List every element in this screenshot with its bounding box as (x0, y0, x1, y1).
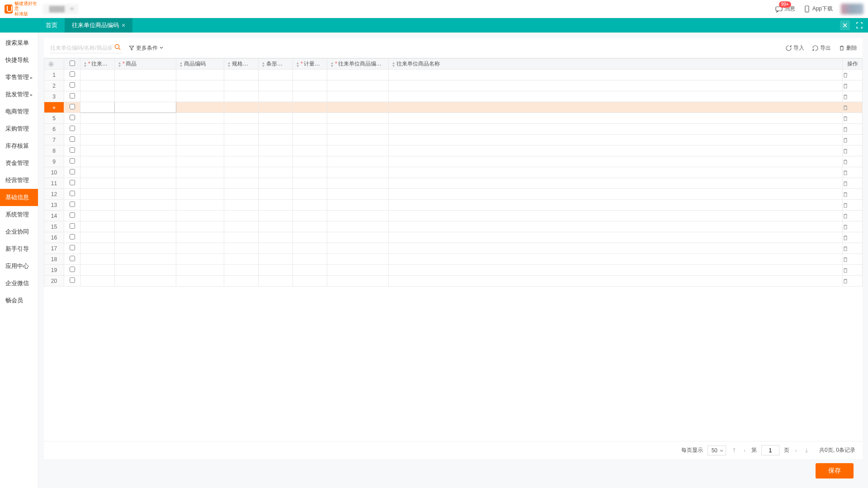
table-row[interactable]: 15 (44, 221, 863, 232)
row-delete-icon[interactable] (843, 257, 862, 262)
cell[interactable] (80, 276, 115, 286)
cell[interactable] (327, 178, 389, 189)
row-checkbox[interactable] (70, 234, 75, 239)
cell[interactable] (259, 91, 293, 102)
cell[interactable] (115, 124, 176, 135)
cell[interactable] (224, 243, 259, 254)
row-delete-icon[interactable] (843, 235, 862, 240)
sidebar-item-9[interactable]: 基础信息 (0, 189, 38, 206)
cell[interactable] (176, 254, 224, 265)
cell[interactable] (327, 189, 389, 200)
cell[interactable] (176, 167, 224, 178)
cell[interactable] (115, 189, 176, 200)
col-unit[interactable]: ▴▾*计量… (293, 59, 327, 70)
cell[interactable] (115, 102, 176, 113)
cell[interactable] (259, 276, 293, 286)
cell[interactable] (115, 167, 176, 178)
cell[interactable] (224, 254, 259, 265)
cell[interactable] (293, 232, 327, 243)
row-delete-icon[interactable] (843, 181, 862, 186)
table-row[interactable]: 7 (44, 135, 863, 145)
search-input[interactable] (49, 43, 122, 53)
cell[interactable] (327, 70, 389, 80)
cell[interactable] (80, 254, 115, 265)
cell[interactable] (389, 276, 843, 286)
cell[interactable] (224, 265, 259, 276)
cell[interactable] (327, 167, 389, 178)
table-row[interactable]: 12 (44, 189, 863, 200)
cell[interactable] (293, 135, 327, 145)
per-page-select[interactable]: 50 (708, 446, 726, 455)
row-checkbox[interactable] (70, 104, 75, 109)
cell[interactable] (259, 243, 293, 254)
table-row[interactable]: 13 (44, 200, 863, 211)
cell[interactable] (259, 70, 293, 80)
cell[interactable] (176, 135, 224, 145)
cell[interactable] (176, 102, 224, 113)
cell[interactable] (176, 221, 224, 232)
cell[interactable] (176, 91, 224, 102)
cell[interactable] (327, 124, 389, 135)
cell[interactable] (176, 189, 224, 200)
cell[interactable] (389, 102, 843, 113)
col-barcode[interactable]: ▴▾条形… (259, 59, 293, 70)
table-row[interactable]: 17 (44, 243, 863, 254)
cell[interactable] (327, 200, 389, 211)
cell[interactable] (176, 124, 224, 135)
pager-first[interactable]: ⤒ (731, 447, 738, 454)
col-product-code[interactable]: ▴▾商品编码 (176, 59, 224, 70)
cell[interactable] (259, 189, 293, 200)
row-checkbox[interactable] (70, 267, 75, 272)
cell[interactable] (224, 70, 259, 80)
row-checkbox[interactable] (70, 158, 75, 164)
sidebar-item-15[interactable]: 畅会员 (0, 292, 38, 309)
sidebar-item-13[interactable]: 应用中心 (0, 258, 38, 275)
save-button[interactable]: 保存 (816, 463, 854, 479)
cell[interactable] (389, 124, 843, 135)
cell[interactable] (80, 91, 115, 102)
row-delete-icon[interactable] (843, 192, 862, 197)
cell[interactable] (293, 102, 327, 113)
cell[interactable] (293, 80, 327, 91)
cell[interactable] (80, 135, 115, 145)
row-checkbox[interactable] (70, 93, 75, 99)
cell[interactable] (80, 232, 115, 243)
cell[interactable] (389, 113, 843, 124)
row-checkbox[interactable] (70, 256, 75, 261)
row-checkbox[interactable] (70, 115, 75, 120)
cell[interactable] (389, 189, 843, 200)
row-checkbox[interactable] (70, 71, 75, 77)
cell[interactable] (176, 145, 224, 156)
cell[interactable] (115, 200, 176, 211)
cell[interactable] (80, 221, 115, 232)
cell[interactable] (224, 124, 259, 135)
cell[interactable] (115, 145, 176, 156)
cell[interactable] (80, 102, 115, 113)
row-checkbox[interactable] (70, 212, 75, 218)
cell[interactable] (80, 167, 115, 178)
cell[interactable] (293, 178, 327, 189)
cell[interactable] (115, 80, 176, 91)
cell[interactable] (176, 211, 224, 221)
cell[interactable] (224, 189, 259, 200)
cell[interactable] (224, 200, 259, 211)
row-delete-icon[interactable] (843, 137, 862, 143)
cell[interactable] (224, 276, 259, 286)
cell[interactable] (389, 145, 843, 156)
col-partner-product-name[interactable]: ▴▾往来单位商品名称 (389, 59, 843, 70)
cell[interactable] (80, 156, 115, 167)
row-delete-icon[interactable] (843, 267, 862, 273)
row-delete-icon[interactable] (843, 278, 862, 284)
cell[interactable] (293, 167, 327, 178)
row-delete-icon[interactable] (843, 170, 862, 175)
delete-button[interactable]: 删除 (839, 44, 857, 52)
cell[interactable] (389, 91, 843, 102)
cell[interactable] (115, 91, 176, 102)
sidebar-item-12[interactable]: 新手引导 (0, 240, 38, 258)
tab-close-icon[interactable]: × (122, 22, 125, 29)
cell[interactable] (224, 113, 259, 124)
cell[interactable] (389, 70, 843, 80)
cell[interactable] (176, 200, 224, 211)
cell[interactable] (293, 113, 327, 124)
cell[interactable] (389, 200, 843, 211)
